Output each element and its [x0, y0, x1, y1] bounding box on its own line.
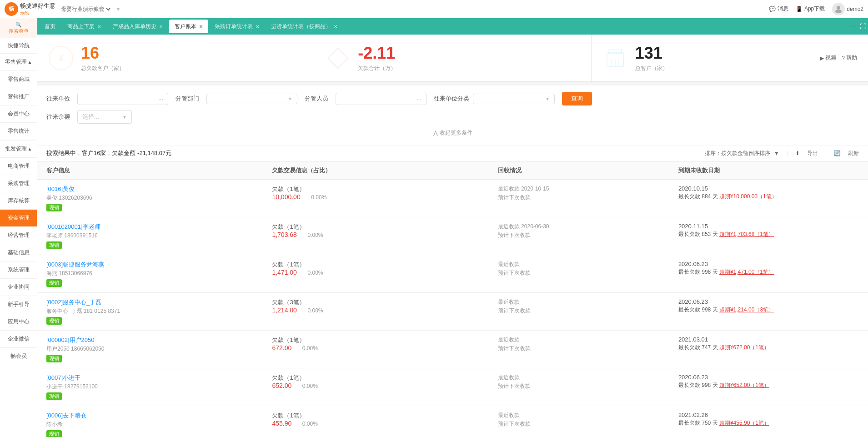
filter-vendor-class-label: 往来单位分类	[434, 95, 469, 103]
table-row: [0006]去下粮仓 陈小希 现销 欠款（1笔） 455.90 0.00% 最近…	[37, 406, 868, 437]
sidebar-item-purchase[interactable]: 采购管理	[0, 175, 37, 192]
sidebar-item-inventory[interactable]: 库存核算	[0, 192, 37, 210]
filter-person-input[interactable]: ···	[336, 93, 426, 105]
tab-inbound-stat[interactable]: 进货单统计表（按商品） ✕	[266, 20, 343, 33]
sidebar-item-retail-mall[interactable]: 零售商城	[0, 71, 37, 88]
sidebar-item-batch-mgmt[interactable]: 批发管理 ▲	[0, 141, 37, 158]
debt-label: 欠款（1笔）	[272, 374, 497, 382]
filter-dept-select[interactable]: ▼	[206, 94, 297, 104]
tab-purchase-close[interactable]: ✕	[256, 24, 259, 29]
tab-maximize-icon[interactable]: ⛶	[860, 23, 866, 30]
refresh-icon: 🔄	[834, 150, 841, 156]
date-cell: 2020.11.15 最长欠款 853 天 超期¥1,703.68（1笔）	[678, 223, 859, 238]
customer-cell: [0001020001]李老师 李老师 18600391516 现销	[46, 223, 272, 249]
tab-customer-close[interactable]: ✕	[199, 24, 203, 29]
sort-select[interactable]: 排序：按欠款金额倒序排序 ▼	[705, 150, 779, 157]
sidebar-item-newbie[interactable]: 新手引导	[0, 296, 37, 313]
customer-tag: 现销	[46, 279, 62, 287]
sidebar-item-finance[interactable]: 资金管理	[0, 210, 37, 227]
tab-products-close[interactable]: ✕	[97, 24, 101, 29]
sidebar: 🔍 搜索菜单 快捷导航 零售管理 ▲ 零售商城 营销推广 会员中心 零售统计 批…	[0, 18, 37, 437]
tab-purchase-order[interactable]: 采购订单统计表 ✕	[209, 20, 265, 33]
export-label[interactable]: 导出	[807, 150, 818, 157]
customer-name-link[interactable]: [0003]畅捷服务尹海燕	[46, 261, 104, 268]
overdue-info: 最长欠款 747 天 超期¥672.00（1笔）	[678, 344, 859, 352]
filter-vendor-class-select[interactable]: ▼	[473, 94, 555, 104]
help-btn[interactable]: ? 帮助	[842, 54, 857, 62]
tab-inbound-close[interactable]: ✕	[334, 24, 337, 29]
collapse-btn[interactable]: ⋀ 收起更多条件	[46, 127, 859, 139]
filter-balance-select[interactable]: 选择... ▼	[77, 110, 132, 124]
overdue-link[interactable]: 超期¥455.90（1笔）	[719, 420, 769, 426]
customer-name-link[interactable]: [0016]吴俊	[46, 186, 75, 192]
tab-minimize-icon[interactable]: —	[850, 23, 856, 30]
sidebar-item-system[interactable]: 系统管理	[0, 261, 37, 279]
divider-1: |	[787, 150, 788, 156]
tab-products[interactable]: 商品上下架 ✕	[62, 20, 106, 33]
overdue-link[interactable]: 超期¥652.00（1笔）	[719, 382, 769, 388]
sidebar-item-retail-stat[interactable]: 零售统计	[0, 123, 37, 140]
stat-label-total: 总客户（家）	[635, 65, 668, 72]
store-expand-icon[interactable]: ▼	[115, 6, 121, 12]
overdue-link[interactable]: 超期¥1,214.00（3笔）	[719, 306, 774, 313]
customer-name-link[interactable]: [000002]用户2050	[46, 337, 95, 343]
sidebar-item-batch-label: 批发管理	[5, 145, 27, 153]
overdue-link[interactable]: 超期¥10,000.00（1笔）	[719, 193, 777, 200]
tab-home[interactable]: 首页	[39, 20, 61, 33]
recover-cell: 最近收款 2020-10-15 预计下次收款	[498, 185, 678, 201]
due-date: 2021.02.26	[678, 412, 859, 418]
sidebar-item-member[interactable]: 会员中心	[0, 105, 37, 123]
store-select[interactable]: 母婴行业演示账套	[59, 5, 112, 13]
customer-cell: [000002]用户2050 用户2050 18665062050 现销	[46, 336, 272, 362]
recover-next: 预计下次收款	[498, 345, 678, 352]
filter-dept-arrow: ▼	[288, 96, 292, 101]
customer-name-link[interactable]: [0001020001]李老师	[46, 223, 100, 230]
tab-produced[interactable]: 产成品入库单历史 ✕	[107, 20, 168, 33]
sidebar-item-changhui[interactable]: 畅会员	[0, 348, 37, 365]
main-layout: 🔍 搜索菜单 快捷导航 零售管理 ▲ 零售商城 营销推广 会员中心 零售统计 批…	[0, 18, 868, 437]
logo-icon: 畅	[5, 2, 18, 16]
recover-date: 最近收款	[498, 298, 678, 306]
message-btn[interactable]: 💬 消息	[769, 5, 788, 13]
quicknav-label[interactable]: 快捷导航	[0, 38, 37, 53]
sidebar-item-app-center[interactable]: 应用中心	[0, 313, 37, 331]
recover-next: 预计下次收款	[498, 231, 678, 239]
col-header-customer: 客户信息	[46, 166, 272, 175]
overdue-link[interactable]: 超期¥672.00（1笔）	[719, 344, 769, 351]
sidebar-item-ecommerce[interactable]: 电商管理	[0, 158, 37, 175]
customer-name-link[interactable]: [0002]服务中心_丁磊	[46, 299, 101, 306]
sidebar-item-operations[interactable]: 经营管理	[0, 227, 37, 244]
refresh-label[interactable]: 刷新	[848, 150, 859, 157]
user-area[interactable]: demo2	[832, 3, 863, 15]
tab-customer-account[interactable]: 客户账本 ✕	[169, 20, 208, 33]
due-date: 2020.06.23	[678, 374, 859, 381]
sidebar-item-retail-mgmt[interactable]: 零售管理 ▲	[0, 54, 37, 71]
customer-name-link[interactable]: [0006]去下粮仓	[46, 412, 86, 419]
video-icon: ▶	[820, 55, 824, 61]
tab-produced-close[interactable]: ✕	[159, 24, 163, 29]
overdue-link[interactable]: 超期¥1,703.68（1笔）	[719, 231, 774, 237]
date-cell: 2020.06.23 最长欠款 998 天 超期¥652.00（1笔）	[678, 374, 859, 389]
stat-number-amount: -2.11	[358, 44, 396, 63]
recover-date: 最近收款	[498, 412, 678, 419]
overdue-link[interactable]: 超期¥1,471.00（1笔）	[719, 269, 774, 275]
search-menu-label: 搜索菜单	[2, 28, 35, 35]
sidebar-item-basic-info[interactable]: 基础信息	[0, 244, 37, 261]
customer-name-link[interactable]: [0007]小进干	[46, 374, 80, 381]
sidebar-item-wechat[interactable]: 企业微信	[0, 331, 37, 348]
query-button[interactable]: 查询	[562, 92, 592, 105]
customer-tag: 现销	[46, 355, 62, 362]
sidebar-item-corp-collab[interactable]: 企业协同	[0, 279, 37, 296]
sidebar-item-marketing[interactable]: 营销推广	[0, 88, 37, 105]
table-row: [0016]吴俊 吴俊 13026203696 现销 欠款（1笔） 10,000…	[37, 180, 868, 217]
overdue-info: 最长欠款 853 天 超期¥1,703.68（1笔）	[678, 231, 859, 238]
app-download-btn[interactable]: 📱 App下载	[796, 5, 825, 13]
debt-percent: 0.00%	[308, 232, 323, 238]
sidebar-item-retail-mgmt-label: 零售管理	[5, 58, 27, 66]
filter-vendor-input[interactable]: ···	[77, 93, 168, 105]
recover-cell: 最近收款 预计下次收款	[498, 298, 678, 315]
recover-date: 最近收款 2020-10-15	[498, 185, 678, 193]
video-btn[interactable]: ▶ 视频	[820, 54, 836, 62]
customer-contact: 服务中心_丁磊 181 0125 8371	[46, 307, 272, 315]
search-menu-btn[interactable]: 🔍 搜索菜单	[0, 18, 37, 38]
